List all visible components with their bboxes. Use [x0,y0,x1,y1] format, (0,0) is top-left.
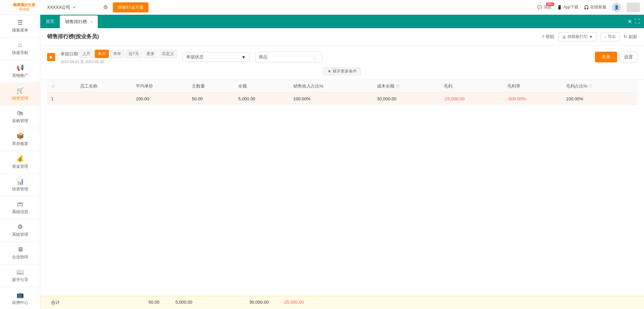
footer-qty-val: 50.00 [144,300,171,306]
date-btn-this-year[interactable]: 本年 [110,50,124,58]
tab-sales-ranking[interactable]: 销售排行榜 × [60,15,98,28]
filter-toggle-btn[interactable]: ▶ [47,53,55,61]
cell-amount: 5,000.00 [234,93,289,105]
sidebar-label-basics: 基础信息 [12,209,28,215]
date-btn-this-month[interactable]: 本月 [95,50,109,58]
th-avg-price: 平均单价 [132,80,188,93]
goods-more-icon[interactable]: ... [311,53,318,61]
trial-button[interactable]: 体验行业方案 [113,2,148,12]
th-qty: 主数量 [188,80,234,93]
sidebar-label-apps: 应用中心 [12,300,28,306]
print-chevron-icon: ▼ [589,35,593,39]
th-settings[interactable]: ⚙ [47,80,76,93]
sidebar-item-sales[interactable]: 🛒 销售管理 [0,83,40,106]
date-btn-more[interactable]: 更多 [143,50,158,58]
column-settings-icon[interactable]: ⚙ [51,84,55,89]
goods-filter[interactable]: 商品 ... [255,52,322,62]
expand-button[interactable]: ▼ 展开更多条件 [323,67,361,75]
th-amount: 全额 [234,80,289,93]
cell-gross-pct: 100.00% [562,93,637,105]
sidebar-item-marketing[interactable]: 📢 营销推广 [0,60,40,83]
cost-info-icon[interactable]: ⓘ [396,84,399,88]
cell-cost: 30,000.00 [373,93,440,105]
cell-name [76,93,132,105]
download-icon: 📱 [557,5,562,10]
cell-rank: 1 [47,93,76,105]
sidebar-item-purchase[interactable]: 🛍 采购管理 [0,106,40,128]
footer-sales-pct [205,300,245,306]
footer-gross: -25,000.00 [279,300,312,306]
top-header: 畅康通好生意 标准版 XXXXX公司 ▼ ⚙ 体验行业方案 💬 消息 99+ 📱… [0,0,644,15]
header-right: 💬 消息 99+ 📱 App下载 🎧 在线客服 👤 [537,3,640,12]
table-header: ⚙ 员工名称 平均单价 主数量 全额 销售收入占比% 成本全额 ⓘ 毛利 毛利率… [47,80,637,93]
filter-row-main: ▶ 单据日期 上月 本月 本年 近7天 更多 自定义 [47,50,637,64]
goods-label: 商品 [259,54,267,60]
settings-button[interactable]: 设置 [620,52,637,62]
tab-bar: 首页 销售排行榜 × ✕ ⛶ [40,15,644,28]
sidebar-label-inventory: 库存核算 [12,141,28,147]
app-download-button[interactable]: 📱 App下载 [557,4,578,10]
sidebar-label-guide: 新手引导 [12,277,28,283]
sidebar-label-sales: 销售管理 [12,96,28,101]
status-filter[interactable]: 单据状态 ▼ [182,52,250,62]
table-footer: 合计 50.00 5,000.00 30,000.00 -25,000.00 [40,296,644,309]
avatar-icon: 👤 [614,5,619,10]
sidebar-item-search[interactable]: ☰ 搜索菜单 [0,15,40,38]
sidebar-item-apps[interactable]: 📺 应用中心 [0,287,40,309]
tab-close-btn[interactable]: ✕ [628,18,632,25]
refresh-label: 刷新 [629,34,637,40]
home-icon: ⌂ [18,42,22,49]
footer-label: 合计 [47,300,91,306]
date-buttons: 上月 本月 本年 近7天 更多 自定义 [79,50,177,58]
headset-icon: 🎧 [584,5,589,10]
query-button[interactable]: 查询 [595,52,617,62]
date-btn-last-month[interactable]: 上月 [79,50,93,58]
online-service-button[interactable]: 🎧 在线客服 [584,4,606,10]
status-label: 单据状态 [186,54,204,60]
refresh-icon: ↻ [624,34,627,39]
sidebar-item-operations[interactable]: 📊 经营管理 [0,174,40,197]
refresh-button[interactable]: ↻ 刷新 [624,34,637,40]
sidebar: ☰ 搜索菜单 ⌂ 快捷导航 📢 营销推广 🛒 销售管理 🛍 采购管理 📦 库存核… [0,15,40,309]
cell-sales-pct: 100.00% [289,93,373,105]
sidebar-label-operations: 经营管理 [12,187,28,192]
print-icon: 🖨 [562,35,566,39]
sidebar-item-finance[interactable]: 💰 资金管理 [0,151,40,174]
system-icon: ⚙ [17,223,23,230]
sidebar-item-nav[interactable]: ⌂ 快捷导航 [0,38,40,60]
help-button[interactable]: ? 帮助 [542,34,554,40]
sidebar-item-guide[interactable]: 📖 新手引导 [0,264,40,287]
chevron-down-icon: ▼ [72,5,76,9]
user-info[interactable] [627,3,640,12]
sidebar-item-inventory[interactable]: 📦 库存核算 [0,128,40,151]
footer-amount: 5,000.00 [171,300,205,306]
collab-icon: 🖥 [17,246,23,253]
date-btn-7days[interactable]: 近7天 [126,50,142,58]
template-print-button[interactable]: 🖨 按模板打印 ▼ [558,32,597,41]
tab-expand-btn[interactable]: ⛶ [635,18,640,24]
tab-home[interactable]: 首页 [40,15,60,28]
message-button[interactable]: 💬 消息 99+ [537,4,552,10]
tab-label: 销售排行榜 [65,19,87,25]
company-name: XXXXX公司 [47,4,70,10]
page-content: 销售排行榜(按业务员) ? 帮助 🖨 按模板打印 ▼ ↓ 导出 [40,28,644,309]
export-button[interactable]: ↓ 导出 [601,32,619,41]
gross-pct-info-icon[interactable]: ⓘ [589,84,592,88]
basics-icon: 🗃 [17,201,23,208]
tab-close-icon[interactable]: × [90,20,92,24]
th-cost: 成本全额 ⓘ [373,80,440,93]
avatar[interactable]: 👤 [612,3,621,12]
settings-icon[interactable]: ⚙ [101,3,110,12]
company-selector[interactable]: XXXXX公司 ▼ [47,4,101,10]
sidebar-item-collab[interactable]: 🖥 企业协同 [0,242,40,264]
sidebar-label-nav: 快捷导航 [12,50,28,56]
date-btn-custom[interactable]: 自定义 [159,50,177,58]
filter-bar: ▶ 单据日期 上月 本月 本年 近7天 更多 自定义 [40,46,644,80]
message-icon: 💬 [537,5,542,10]
operations-icon: 📊 [16,178,24,185]
template-print-label: 按模板打印 [567,34,588,40]
sidebar-label-search: 搜索菜单 [12,28,28,33]
date-filter-group: 单据日期 上月 本月 本年 近7天 更多 自定义 2023-06-01 至 20… [60,50,177,64]
sidebar-item-system[interactable]: ⚙ 系统管理 [0,219,40,242]
sidebar-item-basics[interactable]: 🗃 基础信息 [0,197,40,219]
